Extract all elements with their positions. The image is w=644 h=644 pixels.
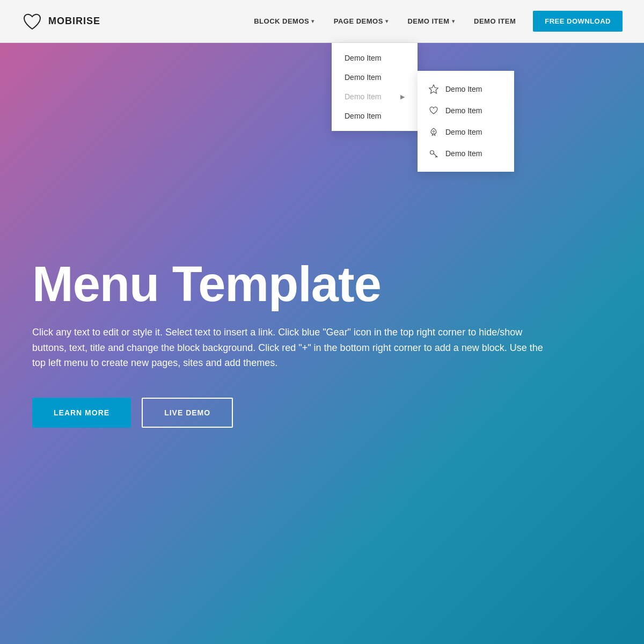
hero-section: Menu Template Click any text to edit or …	[0, 43, 644, 644]
learn-more-button[interactable]: LEARN MORE	[32, 398, 131, 428]
nav-item-page-demos[interactable]: PAGE DEMOS ▾	[326, 13, 396, 30]
dropdown-item-4[interactable]: Demo Item	[332, 106, 418, 126]
chevron-down-icon: ▾	[311, 18, 314, 24]
dropdown-second: Demo Item Demo Item Demo Item	[418, 71, 514, 172]
dropdown-item-2[interactable]: Demo Item	[332, 68, 418, 87]
chevron-down-icon: ▾	[452, 18, 455, 24]
nav-item-demo-item-plain[interactable]: DEMO ITEM	[466, 13, 523, 30]
star-icon	[428, 84, 439, 94]
live-demo-button[interactable]: LIVE DEMO	[142, 398, 233, 428]
rocket-icon	[428, 127, 439, 137]
dropdown-second-item-3[interactable]: Demo Item	[418, 121, 514, 143]
heart-icon	[428, 105, 439, 116]
nav-item-block-demos[interactable]: BLOCK DEMOS ▾	[246, 13, 322, 30]
dropdown-item-1[interactable]: Demo Item	[332, 48, 418, 68]
hero-title: Menu Template	[32, 259, 612, 309]
brand-name-text: MOBIRISE	[48, 16, 100, 27]
hero-buttons: LEARN MORE LIVE DEMO	[32, 398, 612, 428]
heart-logo-icon	[21, 11, 43, 32]
dropdown-second-item-4[interactable]: Demo Item	[418, 143, 514, 164]
navbar: MOBIRISE BLOCK DEMOS ▾ PAGE DEMOS ▾ DEMO…	[0, 0, 644, 43]
chevron-down-icon: ▾	[385, 18, 389, 24]
dropdown-second-item-2[interactable]: Demo Item	[418, 100, 514, 121]
hero-description: Click any text to edit or style it. Sele…	[32, 325, 547, 371]
dropdown-item-3-submenu[interactable]: Demo Item ▶	[332, 87, 418, 106]
svg-point-2	[430, 151, 434, 155]
brand[interactable]: MOBIRISE	[21, 11, 100, 32]
dropdown-second-item-1[interactable]: Demo Item	[418, 78, 514, 100]
svg-marker-0	[429, 85, 438, 93]
nav-links: BLOCK DEMOS ▾ PAGE DEMOS ▾ DEMO ITEM ▾ D…	[246, 11, 623, 32]
dropdown-first: Demo Item Demo Item Demo Item ▶ Demo Ite…	[332, 43, 418, 131]
nav-item-demo-item-dropdown[interactable]: DEMO ITEM ▾	[400, 13, 462, 30]
key-icon	[428, 148, 439, 159]
free-download-button[interactable]: FREE DOWNLOAD	[533, 11, 623, 32]
svg-point-1	[433, 131, 435, 133]
submenu-arrow-icon: ▶	[400, 93, 405, 100]
